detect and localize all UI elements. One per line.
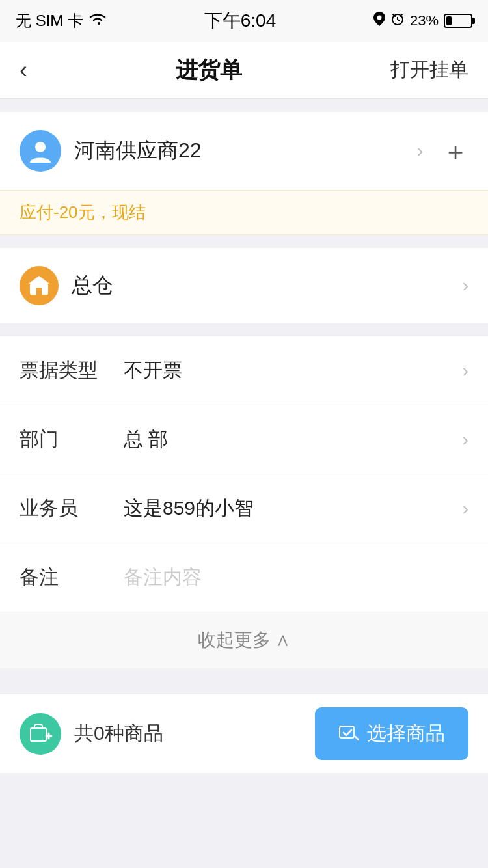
warehouse-icon-wrap — [20, 266, 59, 305]
status-right: 23% — [373, 12, 472, 30]
warehouse-chevron-icon: › — [463, 275, 468, 296]
svg-marker-6 — [29, 276, 49, 284]
product-icon-wrap — [20, 713, 61, 755]
svg-rect-8 — [31, 728, 46, 741]
collapse-label: 收起更多 ∧ — [198, 630, 291, 650]
bottom-action-row: 共0种商品 选择商品 — [0, 694, 488, 773]
status-left: 无 SIM 卡 — [16, 10, 107, 31]
back-button[interactable]: ‹ — [20, 57, 27, 84]
svg-rect-7 — [36, 288, 42, 295]
status-time: 下午6:04 — [204, 8, 277, 33]
invoice-label: 票据类型 — [20, 357, 111, 384]
select-product-label: 选择商品 — [367, 720, 445, 747]
remark-label: 备注 — [20, 564, 111, 591]
nav-bar: ‹ 进货单 打开挂单 — [0, 42, 488, 99]
bottom-gray-area — [0, 773, 488, 868]
svg-point-4 — [35, 142, 46, 152]
open-pending-button[interactable]: 打开挂单 — [390, 57, 468, 83]
salesperson-label: 业务员 — [20, 495, 111, 522]
supplier-chevron-icon: › — [417, 141, 423, 161]
warehouse-row[interactable]: 总仓 › — [0, 248, 488, 323]
section-divider-1 — [0, 99, 488, 112]
form-row-salesperson[interactable]: 业务员 这是859的小智 › — [0, 474, 488, 543]
supplier-name: 河南供应商22 — [74, 137, 417, 165]
carrier-label: 无 SIM 卡 — [16, 10, 83, 31]
invoice-chevron-icon: › — [463, 360, 468, 381]
remark-placeholder: 备注内容 — [111, 564, 468, 591]
svg-point-0 — [377, 16, 381, 20]
form-row-invoice[interactable]: 票据类型 不开票 › — [0, 336, 488, 405]
page-title: 进货单 — [176, 55, 242, 85]
battery-label: 23% — [410, 12, 439, 29]
wifi-icon — [88, 12, 107, 30]
svg-line-3 — [398, 20, 400, 21]
collapse-row[interactable]: 收起更多 ∧ — [0, 612, 488, 668]
supplier-section: 河南供应商22 › ＋ 应付-20元，现结 — [0, 112, 488, 235]
supplier-row[interactable]: 河南供应商22 › ＋ — [0, 112, 488, 190]
svg-rect-11 — [340, 726, 354, 738]
supplier-notice: 应付-20元，现结 — [0, 190, 488, 235]
form-row-department[interactable]: 部门 总 部 › — [0, 405, 488, 474]
department-label: 部门 — [20, 426, 111, 453]
location-icon — [373, 12, 385, 30]
add-supplier-icon[interactable]: ＋ — [442, 133, 468, 169]
department-value: 总 部 — [111, 426, 463, 453]
department-chevron-icon: › — [463, 429, 468, 450]
salesperson-value: 这是859的小智 — [111, 495, 463, 522]
alarm-icon — [390, 12, 405, 30]
select-product-button[interactable]: 选择商品 — [315, 707, 468, 760]
invoice-value: 不开票 — [111, 357, 463, 384]
form-row-remark[interactable]: 备注 备注内容 — [0, 543, 488, 612]
warehouse-label: 总仓 — [72, 271, 463, 300]
section-divider-2 — [0, 668, 488, 681]
battery-icon — [444, 14, 472, 28]
svg-line-12 — [355, 737, 359, 740]
product-count-label: 共0种商品 — [74, 720, 315, 747]
status-bar: 无 SIM 卡 下午6:04 23% — [0, 0, 488, 42]
supplier-avatar — [20, 130, 61, 172]
form-section: 票据类型 不开票 › 部门 总 部 › 业务员 这是859的小智 › 备注 备注… — [0, 336, 488, 612]
salesperson-chevron-icon: › — [463, 498, 468, 519]
